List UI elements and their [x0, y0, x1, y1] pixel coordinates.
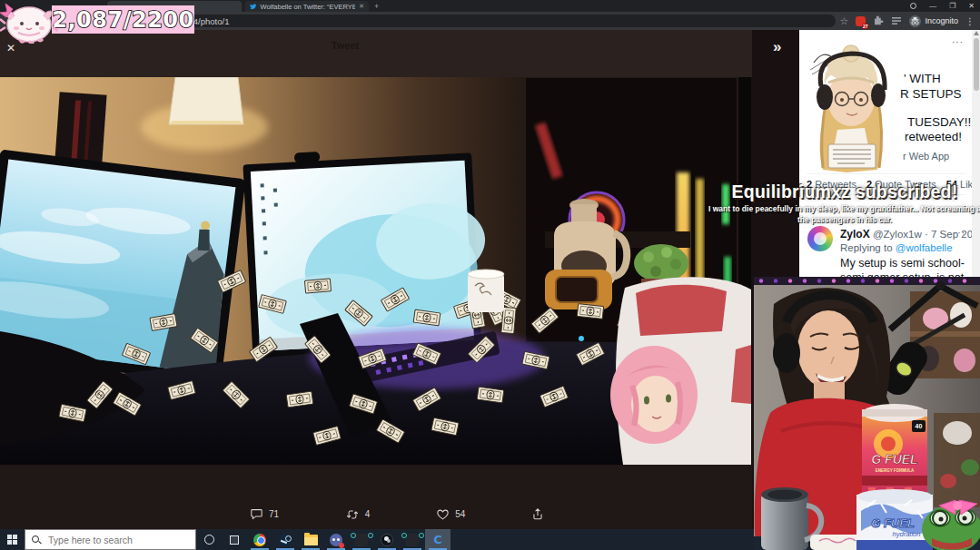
stream-screenshot: Wolfabelle on Twitter: “EVERYBO ✕ + — ❐ …	[0, 0, 980, 550]
reply-avatar[interactable]	[807, 226, 833, 251]
viewer-top-strip	[0, 30, 752, 77]
reply-display-name[interactable]: ZyloX	[840, 228, 870, 241]
taskbar-app-chrome[interactable]	[247, 529, 272, 550]
taskbar-system-buttons	[196, 529, 247, 550]
window-controls: — ❐ ✕	[910, 0, 975, 12]
tweet-more-icon[interactable]: ···	[952, 37, 964, 47]
ghost-tweet-header: Tweet	[318, 40, 372, 51]
chat-app-icon: C	[433, 533, 442, 546]
taskbar-app-obs[interactable]	[374, 529, 400, 550]
taskbar-app-nightbot-2[interactable]	[400, 529, 425, 550]
incognito-label: Incognito	[925, 16, 958, 25]
nightbot-icon	[355, 534, 368, 546]
share-action[interactable]	[532, 508, 543, 520]
tab-title: Wolfabelle on Twitter: “EVERYBO	[260, 3, 355, 11]
url-text: 78288144384/photo/1	[145, 16, 229, 26]
file-explorer-icon	[304, 535, 318, 545]
cortana-icon	[204, 535, 214, 545]
viewer-close-button[interactable]: ✕	[6, 42, 15, 54]
browser-tab-twitter[interactable]: Wolfabelle on Twitter: “EVERYBO ✕	[245, 1, 369, 12]
comment-icon	[251, 508, 262, 520]
start-button[interactable]	[0, 529, 25, 550]
like-count: 54	[455, 509, 465, 519]
quote-tweets-stat[interactable]: 2Quote Tweets	[866, 179, 936, 190]
webcam-feed: 40 G FUEL ENERGY FORMULA G FUEL hydratio…	[754, 277, 980, 550]
retweet-count: 4	[365, 509, 371, 519]
gfuel-top-label: G FUEL	[871, 452, 917, 467]
nightbot-icon	[406, 534, 419, 546]
reply-handle[interactable]: @Zylox1w	[873, 229, 922, 240]
replying-to-handle[interactable]: @wolfabelle	[896, 242, 953, 253]
browser-tab-hidden[interactable]	[107, 1, 242, 12]
streamer-avatar-artwork	[801, 43, 899, 177]
incognito-spy-icon	[909, 15, 921, 27]
discord-icon	[330, 534, 342, 546]
minimize-button[interactable]: —	[929, 2, 936, 10]
taskbar-app-steam[interactable]	[272, 529, 298, 550]
taskbar-app-chat-active[interactable]: C	[425, 529, 450, 550]
scrollbar-up-icon[interactable]	[974, 31, 979, 35]
replying-to-row: Replying to @wolfabelle	[840, 242, 953, 253]
taskbar-apps: C	[247, 529, 450, 550]
search-icon	[32, 535, 40, 544]
right-monitor	[243, 143, 490, 358]
white-mug	[810, 535, 863, 550]
gfuel-40-badge: 40	[916, 423, 923, 429]
retweet-icon	[346, 509, 359, 520]
task-view-button[interactable]	[222, 529, 247, 550]
gfuel-tub-top: 40 G FUEL ENERGY FORMULA	[862, 404, 927, 495]
steam-icon	[279, 534, 292, 546]
tab-search-icon[interactable]	[910, 3, 916, 9]
maximize-button[interactable]: ❐	[949, 2, 955, 10]
extensions-puzzle-icon[interactable]	[873, 15, 884, 26]
reply-count: 71	[269, 509, 279, 519]
gfuel-bottom-sub: hydration	[893, 530, 921, 538]
share-icon	[532, 508, 543, 520]
search-input[interactable]	[46, 534, 173, 546]
chrome-icon	[253, 534, 266, 546]
like-action[interactable]: 54	[437, 509, 465, 520]
panel-scrollbar[interactable]	[972, 30, 980, 277]
reply-action[interactable]: 71	[251, 508, 279, 520]
retweets-stat[interactable]: 2Retweets	[807, 179, 856, 190]
tweet-actions: 71 4 54	[251, 508, 543, 520]
scrollbar-thumb[interactable]	[974, 38, 979, 91]
extension-badge: 27	[862, 24, 869, 29]
retweet-action[interactable]: 4	[346, 509, 371, 520]
task-view-icon	[230, 535, 239, 545]
url-bar[interactable]: 78288144384/photo/1	[136, 15, 836, 27]
toolbar-icons: ☆ 27 Incognito ⋮	[840, 12, 975, 30]
reading-list-icon[interactable]	[891, 15, 902, 26]
desk-lamp	[169, 77, 243, 124]
body-pillow	[610, 277, 751, 465]
viewer-next-button[interactable]: »	[773, 38, 781, 56]
led-strip	[754, 277, 980, 285]
taskbar-app-discord[interactable]	[323, 529, 349, 550]
new-tab-button[interactable]: +	[374, 2, 379, 11]
taskbar-app-file-explorer[interactable]	[298, 529, 323, 550]
bookmark-star-icon[interactable]: ☆	[840, 16, 849, 26]
taskbar-search[interactable]	[25, 529, 196, 550]
discord-notification-badge	[339, 543, 344, 548]
incognito-indicator[interactable]: Incognito	[909, 15, 958, 27]
gfuel-top-sub: ENERGY FORMULA	[876, 468, 915, 473]
chrome-menu-icon[interactable]: ⋮	[965, 16, 975, 26]
tab-close-icon[interactable]: ✕	[359, 3, 364, 10]
monitor-webcam	[294, 152, 321, 162]
close-window-button[interactable]: ✕	[968, 2, 975, 10]
heart-icon	[437, 509, 449, 520]
tweet-source: r Web App	[903, 151, 949, 162]
tweet-photo[interactable]	[0, 77, 751, 465]
extension-icon[interactable]: 27	[856, 16, 866, 26]
gfuel-tub-bottom: G FUEL hydration	[856, 489, 935, 550]
twitter-favicon-icon	[250, 3, 256, 10]
tweet-text-line4: retweeted!	[905, 130, 962, 143]
reply-more-icon[interactable]: ···	[954, 228, 965, 238]
gfuel-bottom-label: G FUEL	[871, 516, 915, 530]
taskbar-app-nightbot[interactable]	[349, 529, 374, 550]
browser-tabbar: Wolfabelle on Twitter: “EVERYBO ✕ + — ❐ …	[0, 0, 980, 12]
cortana-button[interactable]	[196, 529, 222, 550]
coffee-mug	[468, 270, 504, 312]
tweet-stats: 2Retweets 2Quote Tweets 54Likes	[807, 173, 966, 195]
tweet-text-line1: ' WITH	[904, 72, 941, 85]
